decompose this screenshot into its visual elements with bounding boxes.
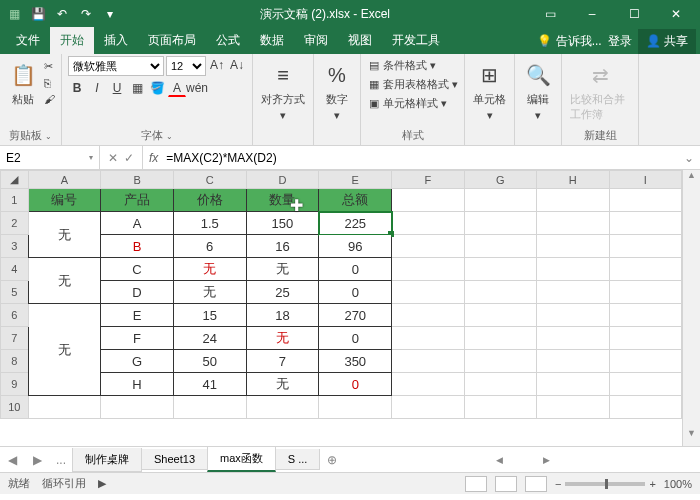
group-clipboard-label[interactable]: 剪贴板 — [6, 126, 55, 145]
cell[interactable]: 0 — [319, 258, 392, 281]
border-icon[interactable]: ▦ — [128, 79, 146, 97]
cell[interactable]: 350 — [319, 350, 392, 373]
view-normal-icon[interactable] — [465, 476, 487, 492]
vertical-scrollbar[interactable]: ▲ ▼ — [682, 170, 700, 446]
cell[interactable]: 25 — [246, 281, 319, 304]
worksheet-grid[interactable]: ◢ A B C D E F G H I 1 编号 产品 价格 数量 总额 2无A… — [0, 170, 682, 419]
tab-dev[interactable]: 开发工具 — [382, 27, 450, 54]
cell[interactable]: 150 — [246, 212, 319, 235]
tell-me[interactable]: 💡 告诉我... — [537, 33, 601, 50]
zoom-out-icon[interactable]: − — [555, 478, 561, 490]
cell[interactable] — [464, 281, 536, 304]
cell[interactable] — [537, 350, 609, 373]
cell[interactable]: 总额 — [319, 189, 392, 212]
view-break-icon[interactable] — [525, 476, 547, 492]
cell[interactable]: F — [101, 327, 174, 350]
row-header[interactable]: 1 — [1, 189, 29, 212]
cell[interactable] — [537, 189, 609, 212]
col-header[interactable]: B — [101, 171, 174, 189]
fill-color-icon[interactable]: 🪣 — [148, 79, 166, 97]
sheet-tab[interactable]: 制作桌牌 — [72, 448, 142, 472]
scroll-up-icon[interactable]: ▲ — [683, 170, 700, 188]
number-button[interactable]: %数字▾ — [320, 56, 354, 126]
sheet-tab[interactable]: Sheet13 — [141, 449, 208, 470]
cell[interactable] — [392, 373, 464, 396]
decrease-font-icon[interactable]: A↓ — [228, 56, 246, 74]
cell[interactable]: 24 — [173, 327, 246, 350]
cell[interactable]: 6 — [173, 235, 246, 258]
zoom-slider[interactable]: − + — [555, 478, 656, 490]
name-box[interactable]: E2 — [0, 146, 100, 169]
tab-layout[interactable]: 页面布局 — [138, 27, 206, 54]
scroll-down-icon[interactable]: ▼ — [683, 428, 700, 446]
cell[interactable] — [392, 235, 464, 258]
new-sheet-icon[interactable]: ⊕ — [319, 453, 345, 467]
cell[interactable] — [392, 327, 464, 350]
cell[interactable]: 无 — [28, 212, 101, 258]
expand-formula-icon[interactable]: ⌄ — [678, 151, 700, 165]
cell[interactable] — [464, 327, 536, 350]
cell[interactable]: 225 — [319, 212, 392, 235]
cell[interactable] — [392, 189, 464, 212]
cell[interactable]: 数量 — [246, 189, 319, 212]
cell[interactable] — [609, 350, 681, 373]
cell[interactable]: H — [101, 373, 174, 396]
cell[interactable] — [392, 281, 464, 304]
close-button[interactable]: ✕ — [656, 0, 696, 28]
formula-bar[interactable]: fx=MAX(C2)*MAX(D2) — [142, 146, 678, 169]
row-header[interactable]: 6 — [1, 304, 29, 327]
tab-data[interactable]: 数据 — [250, 27, 294, 54]
cell[interactable]: 1.5 — [173, 212, 246, 235]
cell[interactable]: 无 — [28, 258, 101, 304]
col-header[interactable]: E — [319, 171, 392, 189]
fx-icon[interactable]: fx — [149, 151, 158, 165]
col-header[interactable]: D — [246, 171, 319, 189]
cell[interactable] — [319, 396, 392, 419]
cell[interactable] — [537, 396, 609, 419]
cell-style-button[interactable]: ▣单元格样式 ▾ — [367, 94, 458, 113]
cell[interactable]: A — [101, 212, 174, 235]
cell[interactable] — [537, 327, 609, 350]
cell[interactable]: 0 — [319, 373, 392, 396]
row-header[interactable]: 9 — [1, 373, 29, 396]
cell[interactable] — [609, 373, 681, 396]
cell[interactable] — [173, 396, 246, 419]
select-all-corner[interactable]: ◢ — [1, 171, 29, 189]
cell[interactable]: 无 — [246, 327, 319, 350]
cell[interactable] — [609, 235, 681, 258]
cell[interactable]: C — [101, 258, 174, 281]
sheet-nav-prev-icon[interactable]: ◀ — [0, 453, 25, 467]
undo-icon[interactable]: ↶ — [52, 4, 72, 24]
cell[interactable] — [609, 396, 681, 419]
tab-home[interactable]: 开始 — [50, 27, 94, 54]
cell[interactable] — [392, 304, 464, 327]
cell[interactable]: 无 — [246, 258, 319, 281]
cell[interactable]: E — [101, 304, 174, 327]
tab-insert[interactable]: 插入 — [94, 27, 138, 54]
cell[interactable] — [392, 350, 464, 373]
cell[interactable] — [464, 212, 536, 235]
sheet-tab[interactable]: S ... — [275, 449, 321, 470]
tab-file[interactable]: 文件 — [6, 27, 50, 54]
cell[interactable] — [537, 212, 609, 235]
status-macro-icon[interactable]: ▶ — [98, 477, 106, 490]
col-header[interactable]: C — [173, 171, 246, 189]
cell[interactable]: 16 — [246, 235, 319, 258]
zoom-in-icon[interactable]: + — [649, 478, 655, 490]
view-layout-icon[interactable] — [495, 476, 517, 492]
phonetic-icon[interactable]: wén — [188, 79, 206, 97]
cell[interactable] — [609, 212, 681, 235]
cell[interactable] — [392, 258, 464, 281]
cell[interactable] — [609, 189, 681, 212]
cell[interactable] — [537, 304, 609, 327]
copy-icon[interactable]: ⎘ — [44, 77, 55, 89]
cell[interactable]: 无 — [28, 304, 101, 396]
sheet-nav-next-icon[interactable]: ▶ — [25, 453, 50, 467]
cell[interactable] — [537, 281, 609, 304]
cell[interactable] — [609, 304, 681, 327]
cell[interactable] — [464, 235, 536, 258]
cells-button[interactable]: ⊞单元格▾ — [471, 56, 508, 126]
cell[interactable]: 编号 — [28, 189, 101, 212]
font-size-select[interactable]: 12 — [166, 56, 206, 76]
horizontal-scrollbar[interactable]: ◀▶ — [345, 455, 700, 465]
